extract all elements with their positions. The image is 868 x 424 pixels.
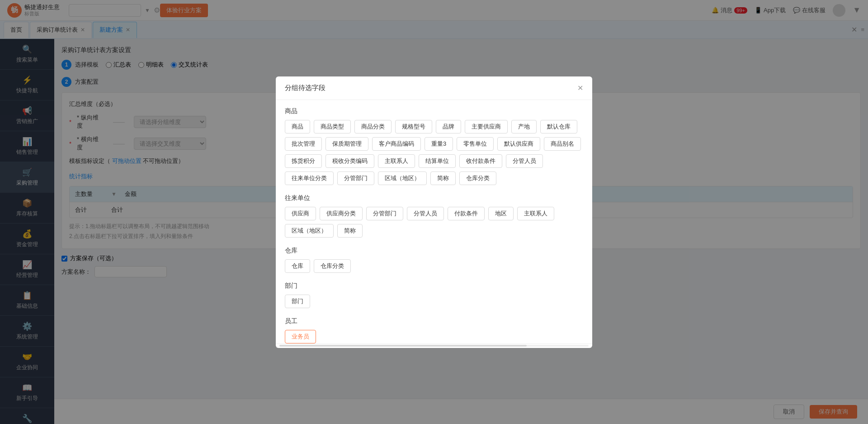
- field-tag-goods-23[interactable]: 区域（地区）: [378, 172, 427, 185]
- field-tag-goods-1[interactable]: 商品类型: [314, 120, 351, 133]
- field-tag-goods-18[interactable]: 结算单位: [419, 154, 456, 168]
- field-tag-partner-6[interactable]: 主联系人: [517, 207, 554, 220]
- field-group-title-dept: 部门: [285, 282, 583, 290]
- field-tag-goods-21[interactable]: 往来单位分类: [285, 172, 334, 185]
- field-tag-goods-5[interactable]: 主要供应商: [465, 120, 508, 133]
- field-tag-goods-9[interactable]: 保质期管理: [326, 137, 368, 151]
- field-tag-goods-10[interactable]: 客户商品编码: [372, 137, 421, 151]
- field-tag-warehouse-0[interactable]: 仓库: [285, 259, 310, 273]
- field-tag-partner-4[interactable]: 付款条件: [448, 207, 485, 220]
- modal-scrollbar: [276, 343, 592, 348]
- field-tag-dept-0[interactable]: 部门: [285, 295, 310, 308]
- field-tag-partner-0[interactable]: 供应商: [285, 207, 316, 220]
- field-group-goods: 商品 商品 商品类型 商品分类 规格型号 品牌 主要供应商 产地 默认仓库 批次…: [285, 107, 583, 185]
- field-tags-dept: 部门: [285, 295, 583, 308]
- field-tags-partner: 供应商 供应商分类 分管部门 分管人员 付款条件 地区 主联系人 区域（地区） …: [285, 207, 583, 238]
- field-group-staff: 员工 业务员: [285, 317, 583, 343]
- field-tags-goods: 商品 商品类型 商品分类 规格型号 品牌 主要供应商 产地 默认仓库 批次管理 …: [285, 120, 583, 185]
- field-tag-partner-3[interactable]: 分管人员: [407, 207, 444, 220]
- modal-header: 分组待选字段 ✕: [276, 76, 592, 100]
- field-tags-warehouse: 仓库 仓库分类: [285, 259, 583, 273]
- field-group-warehouse: 仓库 仓库 仓库分类: [285, 247, 583, 273]
- field-tag-staff-0[interactable]: 业务员: [285, 330, 316, 343]
- field-tag-goods-24[interactable]: 简称: [430, 172, 456, 185]
- field-tag-goods-13[interactable]: 默认供应商: [497, 137, 540, 151]
- field-group-title-partner: 往来单位: [285, 194, 583, 202]
- modal-close-button[interactable]: ✕: [577, 84, 583, 92]
- field-tag-goods-7[interactable]: 默认仓库: [540, 120, 577, 133]
- field-tag-goods-15[interactable]: 拣货积分: [285, 154, 322, 168]
- modal-title: 分组待选字段: [285, 84, 326, 92]
- field-tag-goods-11[interactable]: 重量3: [425, 137, 453, 151]
- field-tag-goods-25[interactable]: 仓库分类: [459, 172, 496, 185]
- field-group-title-warehouse: 仓库: [285, 247, 583, 255]
- field-tag-warehouse-1[interactable]: 仓库分类: [314, 259, 351, 273]
- field-tag-goods-19[interactable]: 收付款条件: [459, 154, 502, 168]
- field-tag-goods-3[interactable]: 规格型号: [395, 120, 432, 133]
- field-tag-goods-4[interactable]: 品牌: [436, 120, 461, 133]
- field-tag-partner-5[interactable]: 地区: [488, 207, 514, 220]
- field-tag-goods-16[interactable]: 税收分类编码: [326, 154, 374, 168]
- modal-body: 商品 商品 商品类型 商品分类 规格型号 品牌 主要供应商 产地 默认仓库 批次…: [276, 100, 592, 344]
- field-tag-goods-17[interactable]: 主联系人: [378, 154, 415, 168]
- field-tag-goods-14[interactable]: 商品别名: [544, 137, 581, 151]
- field-tag-goods-8[interactable]: 批次管理: [285, 137, 322, 151]
- field-group-title-goods: 商品: [285, 107, 583, 115]
- modal: 分组待选字段 ✕ 商品 商品 商品类型 商品分类 规格型号 品牌 主要供应商 产…: [276, 76, 592, 348]
- field-group-title-staff: 员工: [285, 317, 583, 325]
- field-tag-partner-2[interactable]: 分管部门: [366, 207, 403, 220]
- field-tag-goods-20[interactable]: 分管人员: [506, 154, 543, 168]
- field-tag-goods-2[interactable]: 商品分类: [354, 120, 392, 133]
- field-tag-goods-0[interactable]: 商品: [285, 120, 310, 133]
- field-tags-staff: 业务员: [285, 330, 583, 343]
- field-tag-partner-1[interactable]: 供应商分类: [320, 207, 363, 220]
- field-tag-partner-7[interactable]: 区域（地区）: [285, 224, 334, 238]
- field-group-partner: 往来单位 供应商 供应商分类 分管部门 分管人员 付款条件 地区 主联系人 区域…: [285, 194, 583, 238]
- field-tag-goods-12[interactable]: 零售单位: [457, 137, 494, 151]
- field-tag-goods-22[interactable]: 分管部门: [337, 172, 374, 185]
- field-tag-goods-6[interactable]: 产地: [511, 120, 537, 133]
- modal-overlay: 分组待选字段 ✕ 商品 商品 商品类型 商品分类 规格型号 品牌 主要供应商 产…: [0, 0, 868, 424]
- field-group-dept: 部门 部门: [285, 282, 583, 308]
- field-tag-partner-8[interactable]: 简称: [337, 224, 363, 238]
